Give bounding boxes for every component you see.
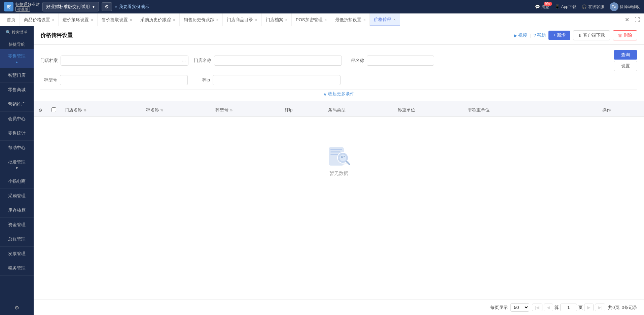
th-settings[interactable]: ⚙	[34, 104, 47, 117]
sidebar-item-wholesale-manage[interactable]: 批发管理 ▼	[0, 155, 34, 174]
sidebar-item-mini-ecom-label: 小畅电商	[8, 178, 26, 184]
video-link[interactable]: ▶ 视频	[514, 32, 527, 38]
product-selector[interactable]: 好业财标准版交付试用 ▼	[42, 2, 99, 11]
close-tab-store-archive[interactable]: ×	[285, 18, 287, 22]
top-bar-right: 💬 消息 99+ 📱 App下载 🎧 在线客服 Ea 徐泽华修改	[535, 2, 640, 11]
sidebar-search-label: 搜索菜单	[12, 30, 28, 35]
message-button[interactable]: 💬 消息 99+	[535, 4, 549, 10]
collapse-button[interactable]: ∧ 收起更多条件	[40, 89, 637, 98]
current-page-input[interactable]	[560, 304, 577, 311]
sort-store-name-icon[interactable]: ⇅	[83, 108, 86, 112]
maximize-button[interactable]: ⛶	[633, 17, 641, 23]
page-size-select[interactable]: 10 20 50 100	[510, 303, 529, 312]
sidebar-item-fund-manage[interactable]: 资金管理	[0, 218, 34, 232]
page-header: 价格传秤设置 ▶ 视频 | ? 帮助 + 新增 ⬇	[34, 26, 644, 45]
close-tab-purchase-history[interactable]: ×	[173, 18, 175, 22]
set-button[interactable]: 设置	[614, 61, 637, 71]
sidebar-item-member-center-label: 会员中心	[8, 116, 26, 122]
demo-button[interactable]: ○ 我要看实例演示	[115, 4, 149, 10]
delete-label: 删除	[623, 32, 632, 38]
help-icon: ?	[534, 33, 536, 38]
sidebar-item-invoice-manage[interactable]: 发票管理	[0, 247, 34, 261]
sidebar-item-retail-manage[interactable]: 零售管理 ▲	[0, 49, 34, 68]
sidebar-item-tax-manage[interactable]: 税务管理	[0, 261, 34, 276]
sidebar-item-retail-stats[interactable]: 零售统计	[0, 126, 34, 141]
close-tab-pos-manage[interactable]: ×	[325, 18, 327, 22]
sidebar-item-retail-manage-label: 零售管理	[8, 53, 26, 59]
tab-store-catalog[interactable]: 门店商品目录 ×	[223, 13, 261, 26]
store-archive-input[interactable]	[61, 56, 188, 66]
sidebar-item-marketing-label: 营销推广	[8, 101, 26, 107]
sidebar-item-mini-ecom[interactable]: 小畅电商	[0, 174, 34, 189]
close-tab-store-catalog[interactable]: ×	[255, 18, 257, 22]
tab-purchase-strategy[interactable]: 进价策略设置 ×	[59, 13, 97, 26]
sidebar-item-purchase-manage[interactable]: 采购管理	[0, 189, 34, 203]
sidebar-item-general-account[interactable]: 总账管理	[0, 232, 34, 247]
tab-sale-price[interactable]: 售价提取设置 ×	[98, 13, 136, 26]
sidebar-settings-button[interactable]: ⚙	[0, 301, 34, 315]
close-tab-sale-history[interactable]: ×	[216, 18, 218, 22]
scale-model-input[interactable]	[60, 75, 188, 85]
app-download-button[interactable]: 📱 App下载	[555, 4, 576, 10]
scale-name-input[interactable]	[367, 56, 434, 66]
sidebar-quick-nav[interactable]: 快捷导航	[0, 39, 34, 49]
sidebar-item-help-center[interactable]: 帮助中心	[0, 141, 34, 155]
close-tab-price-scale[interactable]: ×	[393, 18, 395, 22]
table-area: ⚙ 门店名称 ⇅ 秤名称 ⇅	[34, 104, 644, 315]
close-tab-purchase-strategy[interactable]: ×	[91, 18, 93, 22]
query-label: 查询	[621, 52, 630, 58]
online-service-button[interactable]: 🎧 在线客服	[582, 4, 604, 10]
tab-price-scale[interactable]: 价格传秤 ×	[370, 13, 400, 26]
close-all-tabs-button[interactable]: ✕	[623, 16, 631, 23]
store-name-input[interactable]	[214, 56, 342, 66]
tab-sale-history[interactable]: 销售历史价跟踪 ×	[180, 13, 223, 26]
next-page-button[interactable]: ▶	[584, 304, 594, 311]
app-wrapper: 财 畅捷通好业财 标准版 好业财标准版交付试用 ▼ ⚙ ○ 我要看实例演示 💬	[0, 0, 644, 315]
help-link[interactable]: ? 帮助	[534, 32, 546, 38]
scale-model-label: 秤型号	[40, 77, 57, 83]
tab-purchase-history[interactable]: 采购历史价跟踪 ×	[136, 13, 179, 26]
sidebar: 🔍 搜索菜单 快捷导航 零售管理 ▲ 智慧门店 零售商城 营销推广 会员中心	[0, 26, 34, 315]
prev-page-button[interactable]: ◀	[544, 304, 553, 311]
tab-price-settings[interactable]: 商品价格设置 ×	[20, 13, 59, 26]
sidebar-item-marketing[interactable]: 营销推广	[0, 97, 34, 112]
sidebar-item-smart-store[interactable]: 智慧门店	[0, 68, 34, 83]
user-info[interactable]: Ea 徐泽华修改	[610, 2, 640, 11]
page-size-label: 每页显示	[490, 305, 508, 311]
sort-scale-model-icon[interactable]: ⇅	[230, 108, 233, 112]
tab-pos-manage[interactable]: POS加密管理 ×	[292, 13, 331, 26]
video-label: 视频	[518, 32, 527, 38]
last-page-button[interactable]: ▶|	[595, 304, 605, 311]
top-bar-left: 财 畅捷通好业财 标准版 好业财标准版交付试用 ▼ ⚙ ○ 我要看实例演示	[4, 2, 149, 12]
delete-button[interactable]: 🗑 删除	[613, 30, 637, 40]
page-suffix: 页	[578, 305, 583, 311]
download-client-button[interactable]: ⬇ 客户端下载	[573, 30, 610, 40]
app-icon: 📱	[555, 4, 560, 9]
help-label: 帮助	[537, 32, 546, 38]
divider: |	[530, 33, 531, 38]
top-settings-button[interactable]: ⚙	[102, 2, 112, 11]
close-tab-min-discount[interactable]: ×	[363, 18, 365, 22]
dots-icon[interactable]: ···	[182, 58, 186, 63]
scale-ip-input[interactable]	[213, 75, 341, 85]
collapse-label: 收起更多条件	[328, 91, 354, 97]
demo-icon: ○	[115, 4, 117, 9]
page-nav: |◀ ◀ 算 页 ▶ ▶|	[532, 304, 606, 311]
sort-scale-name-icon[interactable]: ⇅	[160, 108, 163, 112]
tab-min-discount[interactable]: 最低折扣设置 ×	[331, 13, 370, 26]
query-button[interactable]: 查询	[614, 50, 637, 60]
sidebar-item-retail-mall[interactable]: 零售商城	[0, 83, 34, 97]
close-tab-sale-price[interactable]: ×	[130, 18, 132, 22]
tab-home[interactable]: 首页	[3, 13, 20, 26]
sidebar-search[interactable]: 🔍 搜索菜单	[0, 26, 34, 39]
select-all-checkbox[interactable]	[51, 107, 56, 112]
sidebar-item-member-center[interactable]: 会员中心	[0, 112, 34, 126]
add-button[interactable]: + 新增	[548, 31, 570, 40]
sidebar-item-inventory[interactable]: 库存核算	[0, 203, 34, 218]
page-total: 共0页, 0条记录	[608, 305, 637, 311]
first-page-button[interactable]: |◀	[532, 304, 542, 311]
tab-store-archive[interactable]: 门店档案 ×	[262, 13, 292, 26]
scale-ip-label: 秤ip	[193, 77, 210, 83]
page-content: 价格传秤设置 ▶ 视频 | ? 帮助 + 新增 ⬇	[34, 26, 644, 315]
close-tab-price-settings[interactable]: ×	[52, 18, 54, 22]
